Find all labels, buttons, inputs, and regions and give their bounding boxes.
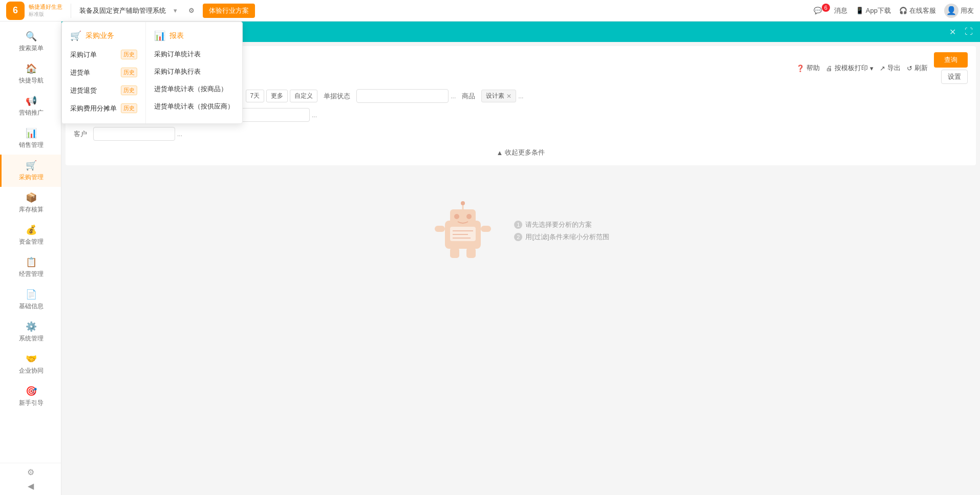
svg-rect-10 xyxy=(435,226,445,232)
sidebar-item-guide[interactable]: 🎯 新手引导 xyxy=(0,380,61,413)
sidebar-item-purchase[interactable]: 🛒 采购管理 xyxy=(0,155,61,187)
svg-rect-13 xyxy=(466,248,476,258)
divider-logo xyxy=(71,4,71,18)
menu-item-order-exec[interactable]: 采购订单执行表 xyxy=(146,63,242,80)
coop-icon: 🤝 xyxy=(26,353,37,364)
menu-item-purchase-order[interactable]: 采购订单 历史 xyxy=(62,46,145,63)
sales-icon: 📊 xyxy=(26,127,37,139)
customer-input[interactable] xyxy=(93,127,175,141)
menu-item-stock-in[interactable]: 进货单 历史 xyxy=(62,63,145,81)
online-service-item[interactable]: 🎧 在线客服 xyxy=(899,6,936,15)
sidebar-item-label: 库存核算 xyxy=(19,205,44,214)
sidebar-settings-icon[interactable]: ⚙ xyxy=(27,467,34,477)
help-btn[interactable]: ❓ 帮助 xyxy=(796,63,820,73)
collapse-icon: ▲ xyxy=(497,149,503,157)
finance-icon: 💰 xyxy=(26,224,37,235)
sidebar-item-label: 快捷导航 xyxy=(19,76,44,85)
print-dropdown-icon[interactable]: ▾ xyxy=(870,64,874,72)
menu-item-stock-stat-supplier[interactable]: 进货单统计表（按供应商） xyxy=(146,98,242,115)
sidebar-item-label: 系统管理 xyxy=(19,334,44,343)
sidebar-item-label: 搜索菜单 xyxy=(19,44,44,53)
history-badge-3: 历史 xyxy=(121,103,137,113)
sidebar-item-basic[interactable]: 📄 基础信息 xyxy=(0,284,61,316)
query-button[interactable]: 查询 xyxy=(934,52,968,68)
app-download-item[interactable]: 📱 App下载 xyxy=(856,6,891,15)
product-tag-text: 设计素 xyxy=(486,92,504,100)
print-icon: 🖨 xyxy=(826,64,833,72)
collapse-label: 收起更多条件 xyxy=(505,148,545,157)
product-more[interactable]: ... xyxy=(518,93,523,100)
user-label: 用友 xyxy=(961,6,974,15)
sidebar-item-operation[interactable]: 📋 经营管理 xyxy=(0,251,61,284)
svg-point-5 xyxy=(461,201,465,205)
sidebar-item-inventory[interactable]: 📦 库存核算 xyxy=(0,187,61,219)
print-btn[interactable]: 🖨 按模板打印 ▾ xyxy=(826,63,874,73)
svg-point-2 xyxy=(454,214,459,219)
help-icon: ❓ xyxy=(796,64,804,72)
purchase-business-col: 🛒 采购业务 采购订单 历史 进货单 历史 进货退货 历史 采购费用分摊单 历史 xyxy=(62,22,145,123)
top-bar-right: 💬 6 消息 📱 App下载 🎧 在线客服 👤 用友 xyxy=(814,4,974,18)
sidebar-item-label: 销售管理 xyxy=(19,141,44,149)
sidebar-item-label: 经营管理 xyxy=(19,270,44,278)
sidebar-item-label: 采购管理 xyxy=(19,173,44,182)
menu-item-stock-return[interactable]: 进货退货 历史 xyxy=(62,81,145,99)
phone-icon: 📱 xyxy=(856,7,864,14)
menu-item-order-stat[interactable]: 采购订单统计表 xyxy=(146,46,242,63)
doc-status-more[interactable]: ... xyxy=(451,93,456,100)
menu-item-label: 进货退货 xyxy=(70,86,97,95)
purchase-col-header: 🛒 采购业务 xyxy=(62,28,145,46)
purchase-icon: 🛒 xyxy=(26,160,37,171)
export-btn[interactable]: ↗ 导出 xyxy=(880,63,901,73)
menu-item-label: 采购订单执行表 xyxy=(154,67,201,76)
sidebar-item-search[interactable]: 🔍 搜索菜单 xyxy=(0,26,61,58)
menu-item-label: 采购订单统计表 xyxy=(154,50,201,59)
date-more-btn[interactable]: 更多 xyxy=(266,90,288,102)
salesperson-more[interactable]: ... xyxy=(312,112,317,119)
menu-item-label: 采购费用分摊单 xyxy=(70,104,117,113)
purchase-col-icon: 🛒 xyxy=(70,30,81,41)
sidebar-item-finance[interactable]: 💰 资金管理 xyxy=(0,219,61,251)
home-icon: 🏠 xyxy=(26,63,37,74)
sidebar-item-coop[interactable]: 🤝 企业协同 xyxy=(0,348,61,380)
refresh-icon: ↺ xyxy=(907,64,912,72)
date-custom-btn[interactable]: 自定义 xyxy=(290,90,317,102)
settings-gear-icon[interactable]: ⚙ xyxy=(184,4,199,18)
industry-button[interactable]: 体验行业方案 xyxy=(203,4,255,18)
logo-text: 畅捷通好生意 标准版 xyxy=(29,3,62,17)
report-col: 📊 报表 采购订单统计表 采购订单执行表 进货单统计表（按商品） 进货单统计表（… xyxy=(145,22,242,123)
guide-icon: 🎯 xyxy=(26,385,37,397)
marketing-icon: 📢 xyxy=(26,95,37,106)
menu-item-label: 进货单统计表（按供应商） xyxy=(154,102,234,111)
svg-rect-1 xyxy=(450,209,476,225)
tab-close-all-icon[interactable]: ✕ xyxy=(945,25,960,39)
top-bar-title: 装备及固定资产辅助管理系统 xyxy=(79,6,166,15)
message-item[interactable]: 💬 6 消息 xyxy=(814,6,847,15)
message-label: 消息 xyxy=(834,6,847,15)
sidebar-collapse-icon[interactable]: ◀ xyxy=(28,481,34,491)
doc-status-input[interactable] xyxy=(356,89,449,103)
doc-status-field: ... xyxy=(356,89,456,103)
empty-illustration xyxy=(432,200,494,262)
user-item[interactable]: 👤 用友 xyxy=(944,4,974,18)
refresh-btn[interactable]: ↺ 刷新 xyxy=(907,63,928,73)
customer-more[interactable]: ... xyxy=(177,131,182,138)
menu-item-purchase-expense[interactable]: 采购费用分摊单 历史 xyxy=(62,99,145,117)
sidebar-item-marketing[interactable]: 📢 营销推广 xyxy=(0,90,61,122)
dropdown-arrow-icon[interactable]: ▾ xyxy=(170,6,180,16)
sidebar-item-sales[interactable]: 📊 销售管理 xyxy=(0,122,61,155)
product-tag: 设计素 ✕ xyxy=(481,90,516,102)
export-label: 导出 xyxy=(887,63,901,73)
product-tag-close-icon[interactable]: ✕ xyxy=(506,93,512,100)
sidebar-item-system[interactable]: ⚙️ 系统管理 xyxy=(0,316,61,348)
menu-item-stock-stat-product[interactable]: 进货单统计表（按商品） xyxy=(146,80,242,98)
tab-fullscreen-icon[interactable]: ⛶ xyxy=(962,25,976,39)
collapse-button[interactable]: ▲ 收起更多条件 xyxy=(497,146,545,159)
export-icon: ↗ xyxy=(880,64,885,72)
date-7days-btn[interactable]: 7天 xyxy=(246,90,265,102)
history-badge-0: 历史 xyxy=(121,50,137,59)
purchase-dropdown-menu: 🛒 采购业务 采购订单 历史 进货单 历史 进货退货 历史 采购费用分摊单 历史… xyxy=(61,21,243,124)
empty-hint-text-1: 请先选择要分析的方案 xyxy=(525,220,592,229)
date-quick-buttons: 7天 更多 自定义 xyxy=(246,90,318,102)
set-button[interactable]: 设置 xyxy=(941,70,968,84)
sidebar-item-quicknav[interactable]: 🏠 快捷导航 xyxy=(0,58,61,90)
